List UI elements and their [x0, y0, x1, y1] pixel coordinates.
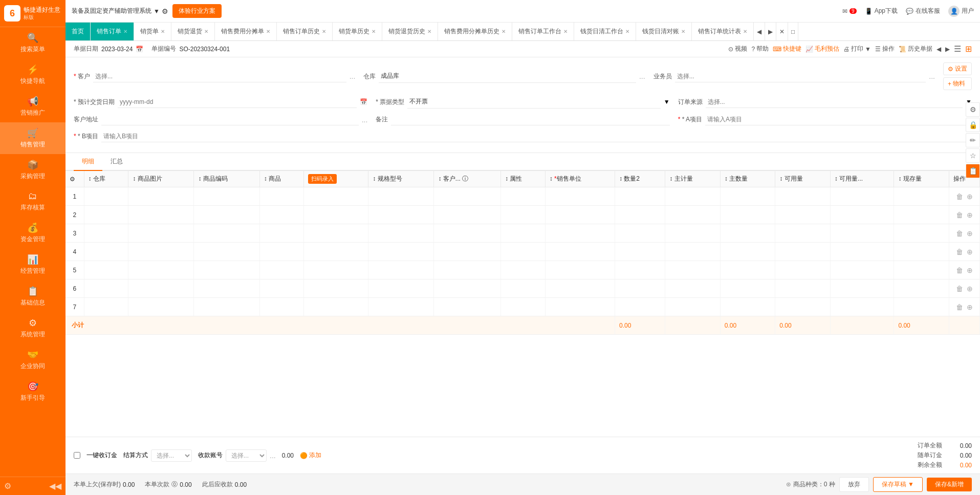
- row-warehouse-2[interactable]: [84, 206, 128, 224]
- right-icon-1[interactable]: 🔒: [966, 118, 980, 132]
- tab-sales-refund-history[interactable]: 销货退货历史✕: [382, 23, 438, 41]
- save-new-button[interactable]: 保存&新增: [927, 478, 972, 491]
- delete-icon-1[interactable]: 🗑: [956, 192, 963, 201]
- tab-cash-reconcile[interactable]: 钱货日清对账✕: [636, 23, 692, 41]
- sidebar-item-finance[interactable]: 💰资金管理: [0, 217, 66, 249]
- tab-sales-expense[interactable]: 销售费用分摊单✕: [215, 23, 277, 41]
- row-sales-unit-4[interactable]: [545, 243, 615, 261]
- tab-sales-order-history[interactable]: 销售订单历史✕: [277, 23, 333, 41]
- row-attributes-4[interactable]: [500, 243, 545, 261]
- row-attributes-6[interactable]: [500, 279, 545, 298]
- remark-input[interactable]: [391, 114, 669, 125]
- row-available-more-3[interactable]: [830, 224, 894, 243]
- tab-sales-order-workbench[interactable]: 销售订单工作台✕: [512, 23, 574, 41]
- row-main-unit-1[interactable]: [665, 187, 720, 206]
- tab-close-sales-return-history[interactable]: ✕: [372, 29, 376, 34]
- row-product-name-3[interactable]: [259, 224, 304, 243]
- delete-icon-5[interactable]: 🗑: [956, 266, 963, 274]
- copy-icon-7[interactable]: ⊕: [967, 303, 973, 311]
- delete-icon-3[interactable]: 🗑: [956, 229, 963, 238]
- row-product-image-7[interactable]: [128, 298, 194, 316]
- sidebar-item-sales[interactable]: 🛒销售管理: [0, 122, 66, 154]
- row-customer-code-3[interactable]: [434, 224, 500, 243]
- row-product-code-2[interactable]: [194, 206, 259, 224]
- row-available-4[interactable]: [775, 243, 830, 261]
- row-customer-code-6[interactable]: [434, 279, 500, 298]
- salesperson-dots[interactable]: ...: [929, 72, 935, 80]
- address-dots[interactable]: ...: [362, 116, 368, 124]
- copy-icon-1[interactable]: ⊕: [967, 192, 973, 201]
- row-product-name-7[interactable]: [259, 298, 304, 316]
- sidebar-item-system[interactable]: ⚙系统管理: [0, 312, 66, 344]
- online-service-action[interactable]: 💬 在线客服: [906, 7, 940, 15]
- right-icon-4[interactable]: 📋: [966, 164, 980, 178]
- row-qty2-4[interactable]: [615, 243, 665, 261]
- row-product-image-3[interactable]: [128, 224, 194, 243]
- operation-action[interactable]: ☰ 操作: [875, 45, 895, 53]
- row-warehouse-4[interactable]: [84, 243, 128, 261]
- row-main-qty-5[interactable]: [720, 261, 775, 279]
- row-sales-unit-7[interactable]: [545, 298, 615, 316]
- tab-close-sales-refund[interactable]: ✕: [204, 29, 208, 34]
- row-product-name-1[interactable]: [259, 187, 304, 206]
- row-qty2-1[interactable]: [615, 187, 665, 206]
- prev-record-icon[interactable]: ◀: [937, 46, 941, 53]
- row-main-qty-6[interactable]: [720, 279, 775, 298]
- tab-sales-stats[interactable]: 销售订单统计表✕: [692, 23, 754, 41]
- save-draft-button[interactable]: 保存草稿 ▼: [873, 477, 923, 492]
- row-product-code-1[interactable]: [194, 187, 259, 206]
- bank-dots[interactable]: ...: [270, 451, 276, 460]
- row-available-3[interactable]: [775, 224, 830, 243]
- row-spec-7[interactable]: [368, 298, 434, 316]
- sidebar-item-quick-nav[interactable]: ⚡快捷导航: [0, 59, 66, 91]
- tab-close-sales-expense[interactable]: ✕: [266, 29, 270, 34]
- sidebar-item-operations[interactable]: 📊经营管理: [0, 249, 66, 281]
- row-qty2-6[interactable]: [615, 279, 665, 298]
- sidebar-item-purchase[interactable]: 📦采购管理: [0, 154, 66, 186]
- row-spec-5[interactable]: [368, 261, 434, 279]
- row-main-qty-3[interactable]: [720, 224, 775, 243]
- row-spec-4[interactable]: [368, 243, 434, 261]
- customer-dots[interactable]: ...: [350, 72, 356, 80]
- a-project-input[interactable]: [705, 114, 972, 125]
- row-sales-unit-1[interactable]: [545, 187, 615, 206]
- tab-sales-return-history[interactable]: 销货单历史✕: [333, 23, 382, 41]
- row-available-6[interactable]: [775, 279, 830, 298]
- history-action[interactable]: 📜 历史单据: [899, 45, 932, 53]
- row-warehouse-7[interactable]: [84, 298, 128, 316]
- row-product-name-4[interactable]: [259, 243, 304, 261]
- row-main-unit-7[interactable]: [665, 298, 720, 316]
- tab-sales-return[interactable]: 销货单✕: [134, 23, 171, 41]
- copy-icon-4[interactable]: ⊕: [967, 248, 973, 256]
- delete-icon-4[interactable]: 🗑: [956, 248, 963, 256]
- right-icon-2[interactable]: ✏: [966, 133, 980, 147]
- tab-sales-refund[interactable]: 销货退货✕: [171, 23, 215, 41]
- row-product-name-5[interactable]: [259, 261, 304, 279]
- row-available-7[interactable]: [775, 298, 830, 316]
- row-scan-6[interactable]: [304, 279, 368, 298]
- row-product-code-3[interactable]: [194, 224, 259, 243]
- sidebar-item-marketing[interactable]: 📢营销推广: [0, 91, 66, 122]
- tab-close-cash-reconcile[interactable]: ✕: [681, 29, 685, 34]
- row-available-1[interactable]: [775, 187, 830, 206]
- sidebar-item-inventory[interactable]: 🗂库存核算: [0, 186, 66, 217]
- b-project-input[interactable]: [101, 131, 972, 142]
- collapse-icon[interactable]: ◀◀: [49, 481, 61, 491]
- scan-btn[interactable]: 扫码录入: [308, 174, 337, 184]
- tab-menu[interactable]: □: [788, 23, 798, 41]
- row-scan-4[interactable]: [304, 243, 368, 261]
- row-product-name-6[interactable]: [259, 279, 304, 298]
- row-product-image-5[interactable]: [128, 261, 194, 279]
- row-customer-code-2[interactable]: [434, 206, 500, 224]
- copy-icon-2[interactable]: ⊕: [967, 211, 973, 219]
- one-click-checkbox[interactable]: [74, 452, 80, 459]
- row-warehouse-6[interactable]: [84, 279, 128, 298]
- row-main-unit-2[interactable]: [665, 206, 720, 224]
- message-action[interactable]: ✉ 9: [842, 8, 857, 15]
- row-available-more-7[interactable]: [830, 298, 894, 316]
- delete-icon-2[interactable]: 🗑: [956, 211, 963, 219]
- delivery-date-input[interactable]: [118, 96, 357, 108]
- calendar-icon[interactable]: 📅: [136, 46, 143, 53]
- help-action[interactable]: ? 帮助: [751, 45, 769, 53]
- row-attributes-7[interactable]: [500, 298, 545, 316]
